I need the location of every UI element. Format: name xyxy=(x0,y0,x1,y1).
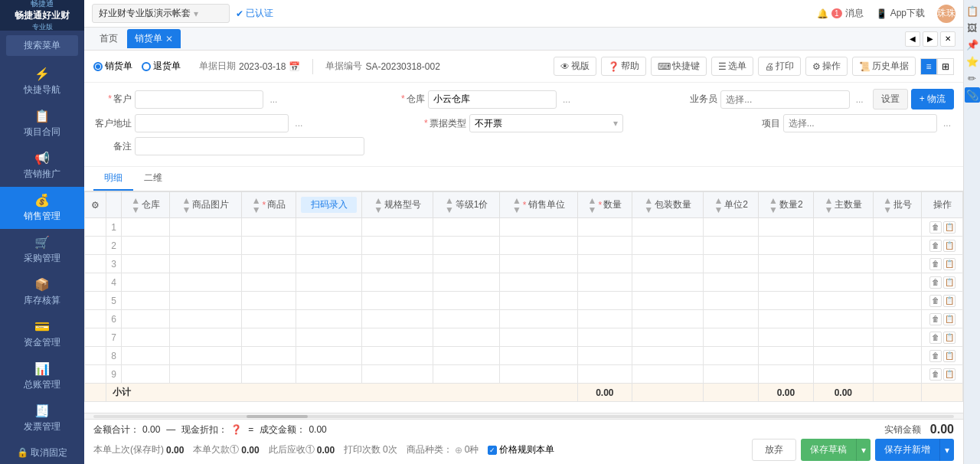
tab-detail[interactable]: 明细 xyxy=(93,167,133,191)
copy-row-icon[interactable]: 📋 xyxy=(943,221,956,234)
horizontal-scroll[interactable] xyxy=(84,413,963,419)
cell-main-qty[interactable] xyxy=(813,218,873,237)
abandon-button[interactable]: 放弃 xyxy=(752,439,796,461)
copy-row-icon[interactable]: 📋 xyxy=(943,258,956,270)
cell-pack-qty[interactable] xyxy=(632,218,704,237)
salesman-more-btn[interactable]: ... xyxy=(853,94,867,105)
cell-unit[interactable] xyxy=(499,218,577,237)
col-price1[interactable]: ▲▼ 等级1价 xyxy=(433,192,500,218)
cell-unit2[interactable] xyxy=(704,218,759,237)
delete-row-icon[interactable]: 🗑 xyxy=(929,332,942,344)
save-new-button[interactable]: 保存并新增 xyxy=(875,439,939,461)
cell-batch-import[interactable] xyxy=(296,218,362,237)
help-icon[interactable]: ❓ xyxy=(230,424,242,435)
customer-more-btn[interactable]: ... xyxy=(266,94,280,105)
cell-warehouse[interactable] xyxy=(122,218,170,237)
radio-return-order[interactable]: 退货单 xyxy=(142,60,181,73)
delete-row-icon[interactable]: 🗑 xyxy=(929,276,942,289)
price-check[interactable]: ✓ 价格规则本单 xyxy=(488,443,554,456)
setup-btn[interactable]: 设置 xyxy=(873,89,908,109)
cell-spec[interactable] xyxy=(362,218,433,237)
col-unit[interactable]: ▲▼ *销售单位 xyxy=(499,192,577,218)
col-qty2[interactable]: ▲▼ 数量2 xyxy=(759,192,814,218)
sidebar-item-invoice[interactable]: 🧾 发票管理 xyxy=(0,397,84,439)
project-input[interactable] xyxy=(783,114,937,132)
copy-row-icon[interactable]: 📋 xyxy=(943,350,956,362)
address-text-input[interactable] xyxy=(136,118,288,129)
rs-icon-5[interactable]: ✏ xyxy=(965,70,980,86)
cell-price1[interactable] xyxy=(433,218,500,237)
search-menu-button[interactable]: 搜索菜单 xyxy=(6,35,78,56)
order-value[interactable]: SA-20230318-002 xyxy=(365,61,439,72)
view-grid-btn[interactable]: ⊞ xyxy=(937,58,954,75)
delete-row-icon[interactable]: 🗑 xyxy=(929,240,942,252)
cell-product[interactable] xyxy=(241,218,296,237)
sidebar-item-sales[interactable]: 💰 销售管理 xyxy=(0,187,84,229)
sidebar-item-project[interactable]: 📋 项目合同 xyxy=(0,103,84,145)
help-btn[interactable]: ❓ 帮助 xyxy=(601,57,646,76)
remark-text-input[interactable] xyxy=(140,141,359,152)
ticket-select[interactable]: 不开票 ▾ xyxy=(469,114,623,132)
cell-qty2[interactable] xyxy=(759,218,814,237)
calendar-icon[interactable]: 📅 xyxy=(289,61,300,72)
col-product[interactable]: ▲▼ *商品 xyxy=(241,192,296,218)
tab-close-icon[interactable]: ✕ xyxy=(165,34,173,44)
sidebar-item-inventory[interactable]: 📦 库存核算 xyxy=(0,271,84,313)
salesman-text-input[interactable] xyxy=(721,94,848,105)
delete-row-icon[interactable]: 🗑 xyxy=(929,221,942,234)
col-spec[interactable]: ▲▼ 规格型号 xyxy=(362,192,433,218)
rs-icon-2[interactable]: 🖼 xyxy=(965,20,980,35)
tab-next-button[interactable]: ▶ xyxy=(923,31,938,47)
tab-home[interactable]: 首页 xyxy=(92,29,126,48)
warehouse-input[interactable] xyxy=(428,90,557,109)
delete-row-icon[interactable]: 🗑 xyxy=(929,350,942,362)
address-input[interactable] xyxy=(135,114,289,132)
tab-2d[interactable]: 二维 xyxy=(133,167,173,191)
view-btn[interactable]: 👁 视版 xyxy=(554,57,596,76)
save-draft-arrow-button[interactable]: ▾ xyxy=(856,439,871,461)
messages-button[interactable]: 🔔 1 消息 xyxy=(817,7,864,20)
address-more-btn[interactable]: ... xyxy=(292,118,305,129)
app-download-button[interactable]: 📱 App下载 xyxy=(876,7,925,20)
col-batch[interactable]: ▲▼ 批号 xyxy=(874,192,922,218)
copy-row-icon[interactable]: 📋 xyxy=(943,295,956,307)
user-menu[interactable]: 珠珠 xyxy=(937,5,956,23)
save-draft-button[interactable]: 保存草稿 xyxy=(801,439,856,461)
col-batch-import[interactable]: 扫码录入 xyxy=(296,192,362,218)
customer-text-input[interactable] xyxy=(136,94,263,105)
copy-row-icon[interactable]: 📋 xyxy=(943,240,956,252)
col-main-qty[interactable]: ▲▼ 主数量 xyxy=(813,192,873,218)
warehouse-text-input[interactable] xyxy=(429,94,556,105)
date-value[interactable]: 2023-03-18 xyxy=(239,61,286,72)
tab-sales-order[interactable]: 销货单 ✕ xyxy=(127,29,181,48)
sidebar-item-funds[interactable]: 💳 资金管理 xyxy=(0,313,84,355)
project-text-input[interactable] xyxy=(784,118,936,129)
save-new-arrow-button[interactable]: ▾ xyxy=(939,439,954,461)
copy-row-icon[interactable]: 📋 xyxy=(943,332,956,344)
customer-input[interactable] xyxy=(135,90,263,109)
add-logistics-btn[interactable]: + 物流 xyxy=(911,89,954,109)
delete-row-icon[interactable]: 🗑 xyxy=(929,295,942,307)
scroll-thumb[interactable] xyxy=(247,415,308,418)
project-more-btn[interactable]: ... xyxy=(940,118,954,129)
rs-icon-3[interactable]: 📌 xyxy=(965,37,980,52)
col-pack-qty[interactable]: ▲▼ 包装数量 xyxy=(632,192,704,218)
sidebar-item-marketing[interactable]: 📢 营销推广 xyxy=(0,145,84,187)
tab-prev-button[interactable]: ◀ xyxy=(905,31,920,47)
sidebar-item-quick-nav[interactable]: ⚡ 快捷导航 xyxy=(0,60,84,103)
col-qty[interactable]: ▲▼ *数量 xyxy=(577,192,632,218)
delete-row-icon[interactable]: 🗑 xyxy=(929,368,942,381)
copy-row-icon[interactable]: 📋 xyxy=(943,276,956,289)
copy-row-icon[interactable]: 📋 xyxy=(943,368,956,381)
sidebar-item-ledger[interactable]: 📊 总账管理 xyxy=(0,355,84,397)
delete-row-icon[interactable]: 🗑 xyxy=(929,313,942,325)
cell-qty[interactable] xyxy=(577,218,632,237)
radio-sales-order[interactable]: 销货单 xyxy=(93,60,132,73)
select-btn[interactable]: ☰ 选单 xyxy=(711,57,753,76)
view-table-btn[interactable]: ≡ xyxy=(920,58,937,75)
salesman-input[interactable] xyxy=(720,90,849,109)
col-settings[interactable]: ⚙ xyxy=(85,192,106,218)
scroll-track[interactable] xyxy=(93,415,954,418)
remark-input[interactable] xyxy=(135,137,364,155)
product-types-icon[interactable]: ⊕ xyxy=(455,445,462,456)
